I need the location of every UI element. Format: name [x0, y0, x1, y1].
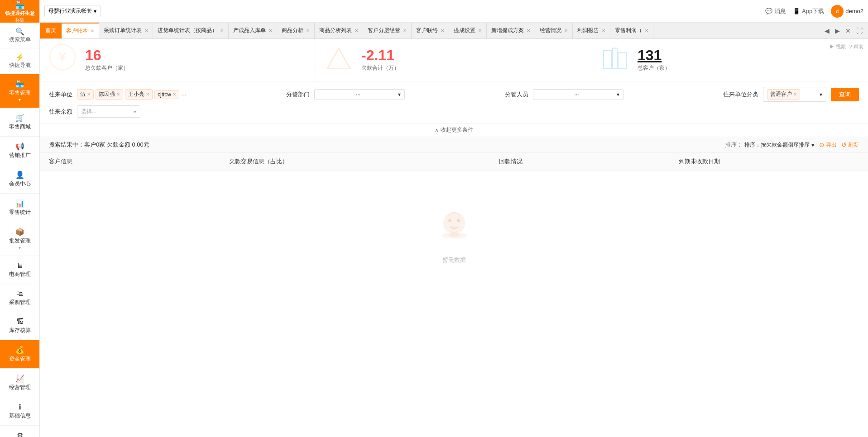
- tab-purchase-order-close[interactable]: ✕: [144, 28, 148, 33]
- tab-operation-label: 经营情况: [540, 27, 561, 34]
- stat-total-customers: ¥ 16 总欠款客户（家）: [40, 39, 316, 81]
- tab-remind-setting[interactable]: 提成设置 ✕: [449, 23, 487, 38]
- filter-bar: 往来单位 伍 ✕ 陈民强 ✕ 王小亮 ✕ cjttcw: [40, 81, 868, 124]
- sidebar-item-marketing[interactable]: 📢 营销推广: [0, 137, 39, 165]
- filter-unit-class-tag-label: 普通客户: [770, 90, 792, 98]
- filter-tag-unit-0[interactable]: 伍 ✕: [77, 89, 94, 100]
- tab-home[interactable]: 首页: [40, 23, 62, 38]
- tab-product-analysis[interactable]: 商品分析 ✕: [277, 23, 315, 38]
- stat-help-actions: ▶ 视频 ? 帮助: [830, 43, 863, 50]
- sidebar-item-basic[interactable]: ℹ 基础信息: [0, 397, 39, 426]
- help-btn[interactable]: ? 帮助: [849, 43, 863, 50]
- sidebar-item-operation-mgmt[interactable]: 📈 经营管理: [0, 369, 39, 397]
- sidebar-item-finance[interactable]: 💰 资金管理: [0, 340, 39, 369]
- tab-customer-tier-close[interactable]: ✕: [403, 28, 407, 33]
- refresh-btn[interactable]: ↺ 刷新: [841, 141, 859, 149]
- filter-tag-unit-2-close[interactable]: ✕: [146, 92, 149, 97]
- topbar-left: 母婴行业演示帐套 ▾: [44, 5, 101, 17]
- filter-tag-unit-1-close[interactable]: ✕: [116, 92, 120, 97]
- tab-profit-report-close[interactable]: ✕: [602, 28, 605, 33]
- tab-close-all-btn[interactable]: ✕: [844, 26, 853, 35]
- query-btn[interactable]: 查询: [831, 88, 859, 101]
- table-header: 客户信息 欠款交易信息（占比） 回款情况 到期未收款日期: [40, 153, 868, 171]
- tab-purchase-stat[interactable]: 进货单统计表（按商品） ✕: [153, 23, 229, 38]
- filter-tag-unit-0-close[interactable]: ✕: [87, 92, 91, 97]
- filter-balance-label: 往来余额: [49, 108, 72, 116]
- tabbar-actions: ◀ ▶ ✕ ⛶: [819, 23, 868, 38]
- svg-rect-5: [618, 52, 626, 68]
- tab-purchase-order-label: 采购订单统计表: [104, 27, 142, 34]
- stat-debt-value: -2.11: [361, 48, 399, 62]
- sidebar-finance-label: 资金管理: [9, 355, 31, 363]
- sidebar-item-system[interactable]: ⚙ 系统管理: [0, 426, 39, 437]
- filter-tag-unit-3[interactable]: cjttcw ✕: [154, 90, 179, 99]
- tab-new-achievement-label: 新增提成方案: [491, 27, 524, 34]
- sidebar-item-search[interactable]: 🔍 搜索菜单: [0, 23, 39, 48]
- tab-customer-contact[interactable]: 客户联络 ✕: [412, 23, 449, 38]
- logo-text: 畅捷通好生意: [5, 10, 35, 17]
- tab-cost-in[interactable]: 产成品入库单 ✕: [229, 23, 277, 38]
- sort-selector[interactable]: 排序： 排序：按欠款金额倒序排序 ▾: [725, 141, 815, 149]
- video-help-btn[interactable]: ▶ 视频: [830, 43, 846, 50]
- tab-customer-tier[interactable]: 客户分层经营 ✕: [363, 23, 412, 38]
- tab-operation-close[interactable]: ✕: [564, 28, 568, 33]
- export-label: 导出: [826, 141, 837, 149]
- filter-tag-unit-3-close[interactable]: ✕: [173, 92, 176, 97]
- tab-account[interactable]: 客户账本 ✕: [62, 23, 99, 38]
- tab-prev-btn[interactable]: ◀: [823, 26, 831, 35]
- message-icon: 💬: [765, 8, 772, 14]
- tab-new-achievement[interactable]: 新增提成方案 ✕: [487, 23, 535, 38]
- filter-unit-class-select[interactable]: 普通客户 ✕ ▾: [763, 87, 826, 102]
- sidebar-item-wholesale[interactable]: 📦 批发管理 ▼: [0, 222, 39, 256]
- main-area: 母婴行业演示帐套 ▾ 💬 消息 📱 App下载 d demo2 首页 客户账本: [40, 0, 868, 437]
- filter-tag-unit-1[interactable]: 陈民强 ✕: [96, 89, 123, 100]
- sidebar-item-purchase[interactable]: 🛍 采购管理: [0, 284, 39, 312]
- tab-product-analysis-close[interactable]: ✕: [306, 28, 310, 33]
- stat-customers-info: 16 总欠款客户（家）: [85, 48, 129, 72]
- filter-more-btn[interactable]: ···: [181, 91, 187, 98]
- message-btn[interactable]: 💬 消息: [765, 7, 786, 15]
- app-download-btn[interactable]: 📱 App下载: [793, 7, 824, 15]
- collapse-bar[interactable]: ∧ 收起更多条件: [40, 124, 868, 137]
- tab-purchase-stat-close[interactable]: ✕: [220, 28, 224, 33]
- filter-unit-class-tag-close[interactable]: ✕: [793, 92, 797, 97]
- tab-next-btn[interactable]: ▶: [833, 26, 842, 35]
- tab-product-analysis-label: 商品分析: [282, 27, 303, 34]
- tab-account-close[interactable]: ✕: [91, 28, 94, 33]
- tab-profit-report[interactable]: 利润报告 ✕: [573, 23, 610, 38]
- tab-maximize-btn[interactable]: ⛶: [854, 26, 864, 35]
- user-menu[interactable]: d demo2: [831, 5, 863, 18]
- sidebar-item-inventory[interactable]: 🏗 库存核算: [0, 312, 39, 340]
- stat-total-debt: -2.11 欠款合计（万）: [316, 39, 592, 81]
- sidebar-item-retail-mall[interactable]: 🛒 零售商城: [0, 108, 39, 137]
- tab-remind-setting-close[interactable]: ✕: [478, 28, 482, 33]
- tab-purchase-order[interactable]: 采购订单统计表 ✕: [99, 23, 153, 38]
- sidebar-item-retail-stat[interactable]: 📊 零售统计: [0, 194, 39, 222]
- tab-product-analysis-list-close[interactable]: ✕: [355, 28, 358, 33]
- tab-product-analysis-list[interactable]: 商品分析列表 ✕: [315, 23, 363, 38]
- filter-person-select[interactable]: ··· ▾: [533, 89, 623, 100]
- tab-retail-profit-close[interactable]: ✕: [645, 28, 648, 33]
- collapse-label: 收起更多条件: [441, 126, 473, 134]
- sidebar-item-member[interactable]: 👤 会员中心: [0, 165, 39, 194]
- tab-operation[interactable]: 经营情况 ✕: [535, 23, 573, 38]
- table-col-debt-info: 欠款交易信息（占比）: [229, 157, 499, 166]
- stat-all-customers-value: 131: [638, 48, 670, 62]
- filter-tag-unit-2[interactable]: 王小亮 ✕: [125, 89, 153, 100]
- tab-retail-profit[interactable]: 零售利润（ ✕: [610, 23, 653, 38]
- filter-dept-select[interactable]: ··· ▾: [314, 89, 405, 100]
- tab-cost-in-close[interactable]: ✕: [269, 28, 272, 33]
- sidebar-item-ecommerce[interactable]: 🖥 电商管理: [0, 256, 39, 284]
- tab-customer-contact-close[interactable]: ✕: [441, 28, 444, 33]
- collapse-icon: ∧: [435, 127, 439, 133]
- sidebar-operation-mgmt-label: 经营管理: [9, 384, 31, 391]
- filter-balance-select[interactable]: 选择... ▾: [77, 105, 140, 118]
- sidebar-item-quick-nav[interactable]: ⚡ 快捷导航: [0, 48, 39, 74]
- sidebar-item-retail[interactable]: 🏪 零售管理 ▼: [0, 74, 39, 108]
- sidebar-basic-label: 基础信息: [9, 412, 31, 420]
- account-selector[interactable]: 母婴行业演示帐套 ▾: [44, 5, 101, 17]
- filter-row-unit: 往来单位 伍 ✕ 陈民强 ✕ 王小亮 ✕ cjttcw: [49, 87, 859, 102]
- tab-new-achievement-close[interactable]: ✕: [527, 28, 530, 33]
- export-btn[interactable]: ⊙ 导出: [819, 141, 837, 149]
- tab-customer-tier-label: 客户分层经营: [368, 27, 400, 34]
